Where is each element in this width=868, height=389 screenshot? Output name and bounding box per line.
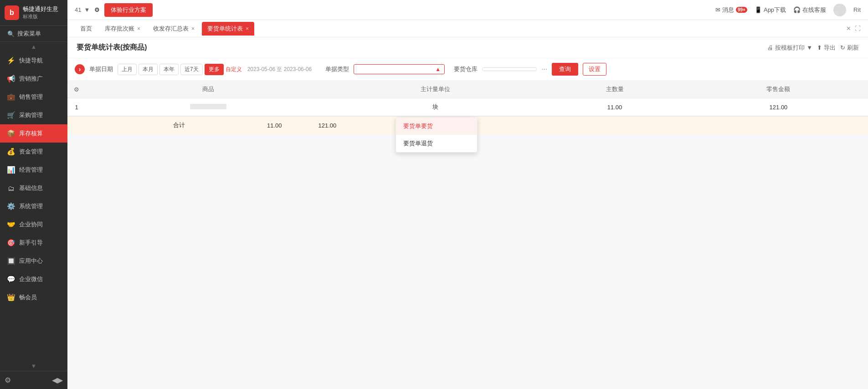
sidebar-item-quicknav[interactable]: ⚡ 快捷导航 (0, 51, 67, 70)
col-qty: 主数量 (540, 81, 689, 98)
sidebar-item-inventory[interactable]: 📦 库存核算 (0, 124, 67, 143)
print-btn[interactable]: 🖨 按模板打印 ▼ (767, 44, 812, 52)
row-unit: 块 (331, 98, 540, 116)
sidebar-item-cooperation[interactable]: 🤝 企业协同 (0, 215, 67, 234)
user-avatar[interactable] (833, 4, 846, 16)
marketing-icon: 📢 (6, 74, 15, 83)
sidebar-scroll-down[interactable]: ▼ (0, 361, 67, 371)
date-range-display: 2023-05-06 至 2023-06-06 (247, 66, 312, 73)
date-this-year-btn[interactable]: 本年 (159, 64, 179, 75)
sidebar-scroll-up[interactable]: ▲ (0, 42, 67, 51)
page-content: 要货单统计表(按商品) 🖨 按模板打印 ▼ ⬆ 导出 ↻ 刷新 › (67, 37, 868, 389)
store-selector[interactable]: 41 ▼ (75, 6, 90, 13)
topbar-settings-icon[interactable]: ⚙ (94, 6, 100, 13)
table-header-row: ⚙ 商品 主计量单位 主数量 零售金额 (67, 81, 868, 98)
row-amount: 121.00 (689, 98, 868, 116)
tab-requisition[interactable]: 要货单统计表 × (202, 22, 254, 36)
tab-close-requisition[interactable]: × (246, 26, 249, 32)
date-more-btn[interactable]: 更多 (205, 64, 224, 75)
sidebar-item-guide[interactable]: 🎯 新手引导 (0, 234, 67, 252)
tab-expand-icon[interactable]: ⛶ (855, 25, 861, 32)
refresh-btn[interactable]: ↻ 刷新 (840, 44, 859, 52)
store-dropdown-icon: ▼ (84, 6, 90, 13)
col-product: 商品 (86, 81, 331, 98)
warehouse-label: 要货仓库 (454, 65, 478, 73)
sidebar-item-operations[interactable]: 📊 经营管理 (0, 161, 67, 179)
col-settings[interactable]: ⚙ (67, 81, 86, 98)
refresh-icon: ↻ (840, 44, 845, 51)
sidebar-nav: ⚡ 快捷导航 📢 营销推广 💼 销售管理 🛒 采购管理 📦 库存核算 💰 资金管… (0, 51, 67, 361)
tab-close-inventory-batch[interactable]: × (137, 26, 140, 32)
tabbar: 首页 库存批次账 × 收发存汇总表 × 要货单统计表 × ✕ ⛶ (67, 20, 868, 37)
col-unit: 主计量单位 (331, 81, 540, 98)
date-last-month-btn[interactable]: 上月 (118, 64, 137, 75)
message-badge: 99+ (736, 7, 747, 13)
tabbar-actions: ✕ ⛶ (846, 25, 861, 32)
base-icon: 🗂 (6, 184, 15, 193)
online-service-btn[interactable]: 🎧 在线客服 (793, 6, 826, 14)
tab-inventory-batch[interactable]: 库存批次账 × (99, 22, 146, 36)
date-filter-group: 上月 本月 本年 近7天 更多 自定义 (118, 64, 242, 75)
topbar: 41 ▼ ⚙ 体验行业方案 ✉ 消息 99+ 📱 App下载 🎧 在线客服 Ri… (67, 0, 868, 20)
col-amount: 零售金额 (689, 81, 868, 98)
print-icon: 🖨 (767, 44, 773, 51)
app-download-btn[interactable]: 📱 App下载 (755, 6, 786, 14)
purchase-icon: 🛒 (6, 111, 15, 120)
row-num: 1 (67, 98, 86, 116)
message-icon: ✉ (715, 6, 720, 13)
date-label: 单据日期 (89, 65, 113, 73)
type-label: 单据类型 (325, 65, 349, 73)
export-icon: ⬆ (817, 44, 822, 51)
filter-toggle-btn[interactable]: › (75, 64, 85, 74)
app-logo-text: 畅捷通好生意 标准版 (23, 5, 58, 20)
tab-close-all-icon[interactable]: ✕ (846, 25, 851, 32)
settings-icon[interactable]: ⚙ (5, 376, 11, 384)
column-settings-btn[interactable]: 设置 (583, 63, 606, 76)
page-actions: 🖨 按模板打印 ▼ ⬆ 导出 ↻ 刷新 (767, 44, 859, 52)
type-arrow-icon: ▲ (435, 66, 441, 72)
inventory-icon: 📦 (6, 129, 15, 138)
total-amount: 121.00 (318, 122, 337, 129)
main-area: 41 ▼ ⚙ 体验行业方案 ✉ 消息 99+ 📱 App下载 🎧 在线客服 Ri… (67, 0, 868, 389)
topbar-right: ✉ 消息 99+ 📱 App下载 🎧 在线客服 Rit (715, 4, 861, 16)
type-select[interactable]: ▲ (354, 64, 445, 74)
collapse-icon[interactable]: ◀▶ (52, 376, 63, 384)
store-id: 41 (75, 6, 81, 13)
total-qty: 11.00 (267, 122, 282, 129)
service-icon: 🎧 (793, 6, 801, 13)
filter-more-btn[interactable]: ··· (541, 65, 547, 73)
type-dropdown-menu: 要货单要货 要货单退货 (395, 117, 478, 153)
sidebar-item-marketing[interactable]: 📢 营销推广 (0, 70, 67, 88)
quicknav-icon: ⚡ (6, 56, 15, 65)
message-btn[interactable]: ✉ 消息 99+ (715, 6, 747, 14)
operations-icon: 📊 (6, 165, 15, 174)
sidebar-item-sales[interactable]: 💼 销售管理 (0, 88, 67, 106)
date-this-month-btn[interactable]: 本月 (139, 64, 158, 75)
sidebar-item-system[interactable]: ⚙️ 系统管理 (0, 197, 67, 215)
dropdown-item-return[interactable]: 要货单退货 (396, 135, 477, 152)
sidebar-item-finance[interactable]: 💰 资金管理 (0, 143, 67, 161)
tab-summary[interactable]: 收发存汇总表 × (148, 22, 200, 36)
warehouse-input[interactable] (482, 67, 537, 71)
query-btn[interactable]: 查询 (552, 63, 578, 76)
sidebar-item-vip[interactable]: 👑 畅会员 (0, 288, 67, 307)
table-row: 1 块 11.00 121.00 (67, 98, 868, 116)
trial-btn[interactable]: 体验行业方案 (104, 3, 153, 17)
sidebar-item-purchase[interactable]: 🛒 采购管理 (0, 106, 67, 124)
date-7days-btn[interactable]: 近7天 (180, 64, 203, 75)
sidebar-item-base[interactable]: 🗂 基础信息 (0, 179, 67, 197)
topbar-left: 41 ▼ ⚙ 体验行业方案 (75, 3, 153, 17)
username: Rit (853, 6, 861, 13)
dropdown-item-requisition[interactable]: 要货单要货 (396, 118, 477, 135)
wechat-icon: 💬 (6, 275, 15, 284)
sidebar-search-item[interactable]: 🔍 搜索菜单 (0, 26, 67, 42)
sidebar-item-wechat[interactable]: 💬 企业微信 (0, 270, 67, 288)
export-btn[interactable]: ⬆ 导出 (817, 44, 836, 52)
row-qty: 11.00 (540, 98, 689, 116)
sidebar-item-apps[interactable]: 🔲 应用中心 (0, 252, 67, 270)
tab-home[interactable]: 首页 (75, 22, 98, 36)
data-table: ⚙ 商品 主计量单位 主数量 零售金额 1 块 11.00 (67, 81, 868, 116)
tab-close-summary[interactable]: × (191, 26, 195, 32)
date-custom-btn[interactable]: 自定义 (226, 66, 242, 73)
page-header: 要货单统计表(按商品) 🖨 按模板打印 ▼ ⬆ 导出 ↻ 刷新 (67, 37, 868, 58)
